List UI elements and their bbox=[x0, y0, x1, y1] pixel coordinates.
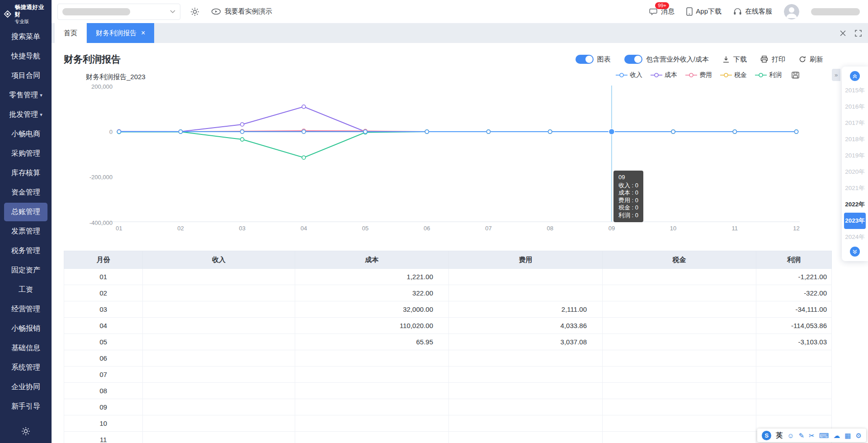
include-nonoperating-toggle[interactable]: 包含营业外收入/成本 bbox=[624, 55, 709, 64]
table-row[interactable]: 02322.00-322.00 bbox=[64, 285, 832, 301]
cell-profit bbox=[756, 367, 832, 383]
svg-text:09: 09 bbox=[609, 225, 615, 232]
download-button[interactable]: 下载 bbox=[722, 55, 747, 64]
save-chart-icon[interactable] bbox=[792, 71, 799, 79]
cell-profit: -1,221.00 bbox=[756, 269, 832, 285]
legend-item[interactable]: 税金 bbox=[720, 71, 747, 79]
legend-label: 税金 bbox=[734, 71, 747, 79]
svg-text:200,000: 200,000 bbox=[91, 83, 113, 90]
table-row[interactable]: 07 bbox=[64, 367, 832, 383]
chart-tooltip: 09收入 : 0成本 : 0费用 : 0税金 : 0利润 : 0 bbox=[613, 171, 643, 222]
collapse-year-panel-button[interactable]: » bbox=[832, 69, 840, 81]
scroll-years-up-button[interactable] bbox=[850, 71, 860, 81]
legend-item[interactable]: 利润 bbox=[755, 71, 782, 79]
avatar[interactable] bbox=[784, 4, 799, 19]
sidebar-item-19[interactable]: 企业协同 bbox=[0, 377, 52, 397]
sidebar-item-5[interactable]: 批发管理▾ bbox=[0, 105, 52, 124]
redacted-username bbox=[811, 8, 860, 15]
keyboard-icon[interactable]: ⌨ bbox=[819, 432, 829, 439]
include-toggle-switch[interactable] bbox=[624, 55, 642, 64]
sidebar-item-1[interactable]: 搜索菜单 bbox=[0, 27, 52, 47]
sidebar-item-12[interactable]: 税务管理 bbox=[0, 241, 52, 261]
app-download-button[interactable]: App下载 bbox=[686, 7, 722, 16]
year-item[interactable]: 2022年 bbox=[842, 196, 868, 213]
messages-button[interactable]: 消息 99+ bbox=[649, 7, 675, 16]
table-header: 月份收入成本费用税金利润 bbox=[64, 251, 832, 269]
sidebar-item-10[interactable]: 总账管理 bbox=[4, 203, 47, 221]
tab-financial-profit-report[interactable]: 财务利润报告 × bbox=[87, 23, 154, 43]
cell-tax bbox=[603, 399, 756, 415]
cell-cost: 322.00 bbox=[295, 285, 449, 301]
legend-label: 成本 bbox=[665, 71, 677, 79]
sidebar-item-6[interactable]: 小畅电商 bbox=[0, 124, 52, 144]
pen-icon[interactable]: ✎ bbox=[799, 432, 805, 439]
print-button[interactable]: 打印 bbox=[760, 55, 785, 64]
gear-icon[interactable]: ⚙ bbox=[856, 432, 862, 439]
sidebar-item-9[interactable]: 资金管理 bbox=[0, 183, 52, 202]
sidebar-item-15[interactable]: 经营管理 bbox=[0, 300, 52, 319]
year-item[interactable]: 2017年 bbox=[842, 115, 868, 131]
svg-text:12: 12 bbox=[793, 225, 799, 232]
year-item[interactable]: 2021年 bbox=[842, 180, 868, 196]
table-row[interactable]: 0565.953,037.08-3,103.03 bbox=[64, 334, 832, 350]
support-button[interactable]: 在线客服 bbox=[733, 7, 772, 16]
table-row[interactable]: 10 bbox=[64, 415, 832, 432]
smiley-icon[interactable]: ☺ bbox=[787, 432, 794, 439]
scroll-years-down-button[interactable] bbox=[850, 247, 860, 257]
table-row[interactable]: 11 bbox=[64, 432, 832, 443]
close-tab-icon[interactable]: × bbox=[141, 29, 145, 37]
chart-toggle[interactable]: 图表 bbox=[576, 55, 611, 64]
cloud-icon[interactable]: ☁ bbox=[833, 432, 840, 439]
sidebar-item-18[interactable]: 系统管理 bbox=[0, 358, 52, 377]
support-label: 在线客服 bbox=[745, 7, 772, 16]
cell-month: 06 bbox=[64, 350, 143, 367]
ime-language-mode[interactable]: 英 bbox=[776, 431, 783, 440]
scissors-icon[interactable]: ✂ bbox=[809, 432, 815, 439]
sidebar-item-20[interactable]: 新手引导 bbox=[0, 397, 52, 416]
table-row[interactable]: 04110,020.004,033.86-114,053.86 bbox=[64, 318, 832, 334]
year-item[interactable]: 2015年 bbox=[842, 82, 868, 99]
year-item[interactable]: 2018年 bbox=[842, 131, 868, 148]
table-row[interactable]: 0332,000.002,111.00-34,111.00 bbox=[64, 301, 832, 318]
sidebar-item-8[interactable]: 库存核算 bbox=[0, 163, 52, 183]
legend-item[interactable]: 成本 bbox=[651, 71, 677, 79]
cell-profit bbox=[756, 399, 832, 415]
sidebar-item-14[interactable]: 工资 bbox=[0, 280, 52, 300]
legend-item[interactable]: 收入 bbox=[616, 71, 642, 79]
sidebar-settings-button[interactable] bbox=[0, 427, 52, 438]
cell-profit bbox=[756, 350, 832, 367]
sidebar-item-13[interactable]: 固定资产 bbox=[0, 261, 52, 280]
chart-toggle-switch[interactable] bbox=[576, 55, 594, 64]
sidebar-item-7[interactable]: 采购管理 bbox=[0, 144, 52, 163]
sidebar-item-label: 批发管理 bbox=[9, 110, 38, 119]
table-row[interactable]: 08 bbox=[64, 383, 832, 399]
sidebar-item-16[interactable]: 小畅报销 bbox=[0, 319, 52, 338]
table-row[interactable]: 011,221.00-1,221.00 bbox=[64, 269, 832, 285]
sidebar-menu: 搜索菜单快捷导航项目合同零售管理▾批发管理▾小畅电商采购管理库存核算资金管理总账… bbox=[0, 27, 52, 416]
grid-icon[interactable]: ▦ bbox=[844, 432, 851, 439]
demo-link[interactable]: 我要看实例演示 bbox=[211, 7, 272, 16]
sidebar-item-label: 工资 bbox=[19, 285, 33, 295]
tab-home[interactable]: 首页 bbox=[55, 23, 86, 43]
year-item[interactable]: 2016年 bbox=[842, 99, 868, 115]
fullscreen-button[interactable] bbox=[855, 30, 862, 37]
close-all-tabs-button[interactable] bbox=[840, 30, 846, 36]
refresh-button[interactable]: 刷新 bbox=[799, 55, 823, 64]
company-select[interactable] bbox=[57, 4, 180, 20]
year-item[interactable]: 2024年 bbox=[842, 229, 868, 245]
sidebar-item-4[interactable]: 零售管理▾ bbox=[0, 86, 52, 105]
sidebar-item-2[interactable]: 快捷导航 bbox=[0, 47, 52, 66]
ime-logo[interactable]: S bbox=[762, 431, 771, 440]
sidebar-item-3[interactable]: 项目合同 bbox=[0, 66, 52, 86]
sidebar-item-17[interactable]: 基础信息 bbox=[0, 338, 52, 358]
legend-item[interactable]: 费用 bbox=[685, 71, 712, 79]
sidebar-item-11[interactable]: 发票管理 bbox=[0, 222, 52, 241]
year-item-selected[interactable]: 2023年 bbox=[844, 213, 866, 229]
table-row[interactable]: 09 bbox=[64, 399, 832, 415]
year-item[interactable]: 2019年 bbox=[842, 148, 868, 164]
table-row[interactable]: 06 bbox=[64, 350, 832, 367]
settings-button[interactable] bbox=[189, 6, 200, 17]
cell-month: 01 bbox=[64, 269, 143, 285]
year-item[interactable]: 2020年 bbox=[842, 164, 868, 180]
line-chart[interactable]: 200,0000-200,000-400,0000102030405060708… bbox=[64, 69, 823, 247]
